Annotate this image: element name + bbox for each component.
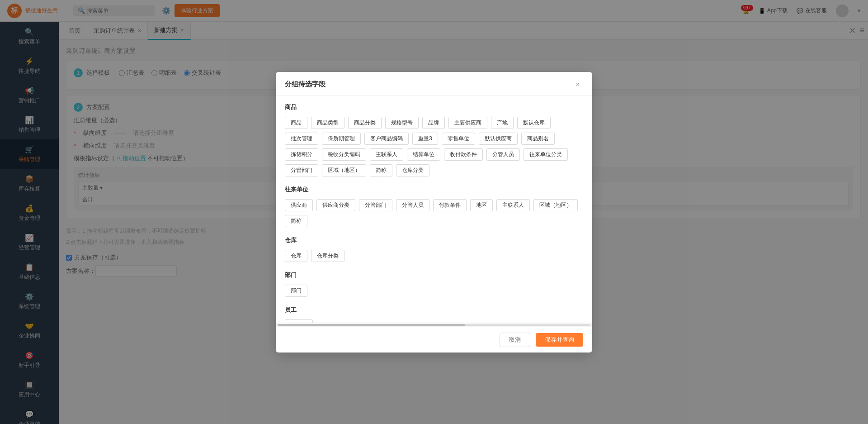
field-tag-goods-9[interactable]: 保质期管理 [322, 133, 361, 145]
field-tags-warehouse: 仓库仓库分类 [285, 250, 583, 262]
field-tag-goods-8[interactable]: 批次管理 [285, 133, 318, 145]
field-tag-goods-7[interactable]: 默认仓库 [517, 117, 551, 129]
field-tag-partner-7[interactable]: 区域（地区） [533, 199, 578, 211]
section-title-department: 部门 [285, 271, 583, 279]
field-tag-goods-5[interactable]: 主要供应商 [448, 117, 487, 129]
section-title-employee: 员工 [285, 306, 583, 314]
field-tag-goods-12[interactable]: 零售单位 [442, 133, 475, 145]
field-section-goods: 商品商品商品类型商品分类规格型号品牌主要供应商产地默认仓库批次管理保质期管理客户… [285, 103, 583, 176]
field-tag-partner-6[interactable]: 主联系人 [496, 199, 530, 211]
field-tag-goods-17[interactable]: 主联系人 [370, 148, 403, 161]
field-tag-partner-2[interactable]: 分管部门 [359, 199, 392, 211]
field-tag-partner-0[interactable]: 供应商 [285, 199, 313, 211]
field-tags-goods: 商品商品类型商品分类规格型号品牌主要供应商产地默认仓库批次管理保质期管理客户商品… [285, 117, 583, 176]
field-tags-partner: 供应商供应商分类分管部门分管人员付款条件地区主联系人区域（地区）简称 [285, 199, 583, 227]
field-tag-partner-8[interactable]: 简称 [285, 215, 307, 227]
field-tag-partner-3[interactable]: 分管人员 [396, 199, 429, 211]
field-tag-goods-0[interactable]: 商品 [285, 117, 307, 129]
field-tag-partner-1[interactable]: 供应商分类 [316, 199, 355, 211]
field-tag-goods-2[interactable]: 商品分类 [348, 117, 382, 129]
field-tag-goods-18[interactable]: 结算单位 [407, 148, 440, 161]
field-tag-goods-14[interactable]: 商品别名 [521, 133, 555, 145]
field-tag-partner-5[interactable]: 地区 [470, 199, 493, 211]
field-tag-goods-10[interactable]: 客户商品编码 [364, 133, 409, 145]
field-tag-goods-21[interactable]: 往来单位分类 [524, 148, 568, 161]
confirm-button[interactable]: 保存并查询 [536, 333, 583, 347]
section-title-partner: 往来单位 [285, 186, 583, 194]
field-section-partner: 往来单位供应商供应商分类分管部门分管人员付款条件地区主联系人区域（地区）简称 [285, 186, 583, 227]
field-tag-department-0[interactable]: 部门 [285, 285, 307, 297]
modal-title: 分组待选字段 [285, 80, 326, 89]
modal-scroll-bottom [276, 323, 592, 326]
modal-close-button[interactable]: × [572, 79, 583, 90]
modal: 分组待选字段 × 商品商品商品类型商品分类规格型号品牌主要供应商产地默认仓库批次… [276, 72, 592, 353]
field-tag-goods-23[interactable]: 区域（地区） [322, 164, 366, 176]
field-section-department: 部门部门 [285, 271, 583, 297]
field-tag-goods-4[interactable]: 品牌 [422, 117, 445, 129]
field-tag-goods-16[interactable]: 税收分类编码 [322, 148, 366, 161]
field-tags-employee: 业务员 [285, 319, 583, 323]
field-tag-goods-6[interactable]: 产地 [491, 117, 514, 129]
field-tag-warehouse-0[interactable]: 仓库 [285, 250, 307, 262]
field-tag-goods-19[interactable]: 收付款条件 [444, 148, 483, 161]
field-tag-goods-20[interactable]: 分管人员 [486, 148, 520, 161]
field-tag-employee-0[interactable]: 业务员 [285, 319, 313, 323]
field-tag-partner-4[interactable]: 付款条件 [433, 199, 467, 211]
modal-header: 分组待选字段 × [276, 72, 592, 96]
field-tag-goods-13[interactable]: 默认供应商 [479, 133, 518, 145]
field-tags-department: 部门 [285, 285, 583, 297]
section-title-warehouse: 仓库 [285, 236, 583, 244]
field-tag-goods-1[interactable]: 商品类型 [311, 117, 344, 129]
section-title-goods: 商品 [285, 103, 583, 111]
field-tag-goods-22[interactable]: 分管部门 [285, 164, 318, 176]
field-section-employee: 员工业务员 [285, 306, 583, 323]
field-tag-goods-25[interactable]: 仓库分类 [396, 164, 429, 176]
field-tag-goods-11[interactable]: 重量3 [412, 133, 438, 145]
field-tag-goods-15[interactable]: 拣货积分 [285, 148, 318, 161]
modal-footer: 取消 保存并查询 [276, 327, 592, 353]
modal-overlay: 分组待选字段 × 商品商品商品类型商品分类规格型号品牌主要供应商产地默认仓库批次… [0, 0, 868, 424]
field-tag-goods-3[interactable]: 规格型号 [385, 117, 419, 129]
modal-body[interactable]: 商品商品商品类型商品分类规格型号品牌主要供应商产地默认仓库批次管理保质期管理客户… [276, 96, 592, 323]
cancel-button[interactable]: 取消 [500, 333, 530, 347]
field-tag-goods-24[interactable]: 简称 [370, 164, 392, 176]
field-section-warehouse: 仓库仓库仓库分类 [285, 236, 583, 262]
field-tag-warehouse-1[interactable]: 仓库分类 [311, 250, 344, 262]
